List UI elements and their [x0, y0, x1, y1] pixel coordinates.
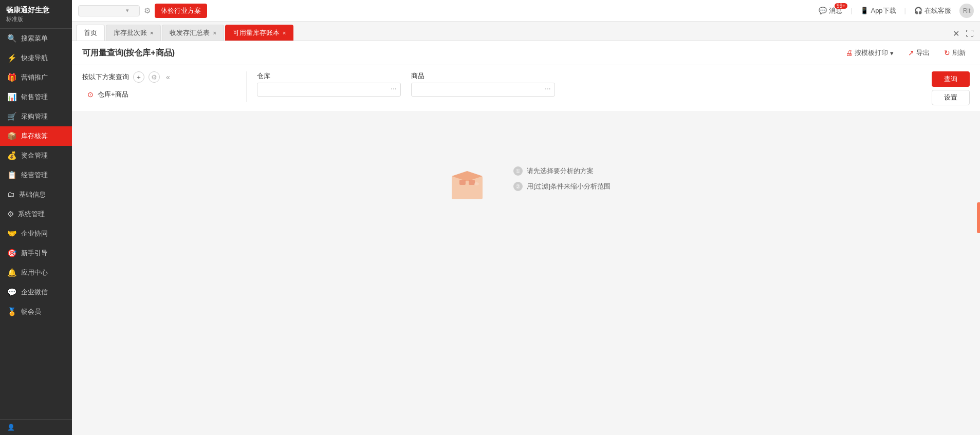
sidebar-item-label: 库存核算: [21, 131, 48, 141]
scheme-item-label: 仓库+商品: [98, 90, 128, 99]
tabbar-actions: ✕ ⛶: [951, 27, 976, 41]
tab-home[interactable]: 首页: [76, 25, 105, 41]
app-download-btn[interactable]: 📱 App下载: [860, 6, 896, 15]
sidebar-item-label: 营销推广: [21, 73, 48, 82]
user-info[interactable]: Rit: [959, 4, 974, 18]
sidebar-item-system[interactable]: ⚙ 系统管理: [0, 204, 72, 224]
expand-icon[interactable]: ⛶: [964, 27, 976, 41]
print-icon: 🖨: [845, 49, 853, 57]
newuser-icon: 🎯: [7, 249, 17, 258]
svg-rect-2: [459, 180, 466, 185]
service-icon: 🎧: [914, 7, 922, 14]
print-chevron-icon: ▾: [890, 49, 894, 57]
export-btn[interactable]: ↗ 导出: [904, 46, 934, 60]
goods-input[interactable]: [411, 83, 555, 97]
tab-batch-label: 库存批次账: [114, 28, 147, 37]
filter-panel: 按以下方案查询 + ⚙ « ⊙ 仓库+商品 仓库 ··· 商品: [72, 65, 980, 112]
message-icon: 💬: [819, 7, 827, 14]
filter-scheme-label: 按以下方案查询: [82, 72, 129, 82]
purchase-icon: 🛒: [7, 112, 17, 121]
goods-more-icon[interactable]: ···: [545, 84, 555, 92]
avatar: Rit: [959, 4, 974, 18]
topbar-search-wrap: ▾: [78, 5, 140, 16]
tab-batch[interactable]: 库存批次账 ×: [106, 25, 161, 41]
query-button[interactable]: 查询: [932, 71, 970, 87]
tip-num-2: ②: [513, 182, 523, 191]
industry-btn[interactable]: 体验行业方案: [155, 4, 207, 18]
refresh-btn[interactable]: ↻ 刷新: [940, 46, 970, 60]
sidebar-item-marketing[interactable]: 🎁 营销推广: [0, 68, 72, 87]
sidebar-item-label: 快捷导航: [21, 53, 48, 63]
page-header: 可用量查询(按仓库+商品) 🖨 按模板打印 ▾ ↗ 导出 ↻ 刷新: [72, 41, 980, 65]
scheme-settings-btn[interactable]: ⚙: [149, 71, 160, 83]
online-service-label: 在线客服: [924, 6, 951, 15]
export-label: 导出: [916, 48, 930, 58]
sidebar-item-appcenter[interactable]: 🔔 应用中心: [0, 263, 72, 282]
tab-available-close-icon[interactable]: ×: [283, 30, 286, 36]
basic-icon: 🗂: [7, 190, 15, 199]
sidebar-item-label: 资金管理: [21, 151, 48, 160]
tab-home-label: 首页: [84, 28, 97, 37]
warehouse-label: 仓库: [257, 71, 401, 81]
sidebar-item-wecom[interactable]: 💬 企业微信: [0, 282, 72, 302]
app-download-label: App下载: [871, 6, 896, 15]
finance-icon: 💰: [7, 151, 17, 160]
tab-summary[interactable]: 收发存汇总表 ×: [162, 25, 224, 41]
sidebar-item-label: 经营管理: [21, 171, 48, 180]
topbar: ▾ ⚙ 体验行业方案 💬 消息 99+ | 📱 App下载 | 🎧 在线客服: [72, 0, 980, 22]
sidebar-item-search[interactable]: 🔍 搜索菜单: [0, 29, 72, 48]
sidebar-item-label: 采购管理: [21, 112, 48, 121]
sidebar-item-enterprise[interactable]: 🤝 企业协同: [0, 224, 72, 243]
tip-text-1: 请先选择要分析的方案: [527, 166, 594, 176]
print-btn[interactable]: 🖨 按模板打印 ▾: [841, 46, 898, 60]
close-all-icon[interactable]: ✕: [951, 27, 961, 41]
topbar-search-input[interactable]: [83, 7, 124, 14]
add-scheme-btn[interactable]: +: [133, 71, 144, 83]
collapse-icon[interactable]: «: [164, 72, 172, 82]
tab-available[interactable]: 可用量库存账本 ×: [225, 25, 293, 41]
sidebar-item-operation[interactable]: 📋 经营管理: [0, 165, 72, 185]
warehouse-more-icon[interactable]: ···: [391, 84, 401, 92]
sidebar-item-sales[interactable]: 📊 销售管理: [0, 87, 72, 107]
page-header-actions: 🖨 按模板打印 ▾ ↗ 导出 ↻ 刷新: [841, 46, 970, 60]
sidebar-item-label: 新手引导: [21, 249, 48, 258]
export-icon: ↗: [908, 49, 914, 57]
sidebar-item-member[interactable]: 🏅 畅会员: [0, 302, 72, 321]
appcenter-icon: 🔔: [7, 268, 17, 277]
tip-text-2: 用[过滤]条件来缩小分析范围: [527, 182, 611, 191]
warehouse-input[interactable]: [257, 83, 401, 97]
sidebar-item-label: 系统管理: [18, 210, 45, 219]
user-text: Rit: [963, 7, 971, 14]
separator2: |: [904, 7, 906, 14]
chevron-down-icon: ▾: [126, 7, 129, 14]
sidebar-item-finance[interactable]: 💰 资金管理: [0, 146, 72, 165]
sidebar-logo: 畅康通好生意 标准版: [0, 0, 72, 29]
sidebar-bottom[interactable]: 👤: [0, 419, 72, 435]
message-btn[interactable]: 💬 消息 99+: [819, 6, 842, 15]
sidebar-item-label: 搜索菜单: [21, 34, 48, 43]
refresh-icon: ↻: [944, 49, 950, 57]
tab-summary-close-icon[interactable]: ×: [213, 30, 216, 36]
scheme-warehouse-goods[interactable]: ⊙ 仓库+商品: [82, 87, 238, 102]
sidebar-item-basic[interactable]: 🗂 基础信息: [0, 185, 72, 204]
tab-summary-label: 收发存汇总表: [170, 28, 210, 37]
empty-illustration: [441, 153, 493, 204]
inventory-icon: 📦: [7, 131, 17, 141]
print-label: 按模板打印: [855, 48, 888, 58]
online-service-btn[interactable]: 🎧 在线客服: [914, 6, 951, 15]
tab-batch-close-icon[interactable]: ×: [150, 30, 153, 36]
wecom-icon: 💬: [7, 288, 17, 297]
sidebar-item-inventory[interactable]: 📦 库存核算: [0, 126, 72, 146]
sidebar-item-label: 基础信息: [19, 190, 46, 199]
gear-icon[interactable]: ⚙: [144, 6, 151, 15]
filter-scheme-header: 按以下方案查询 + ⚙ «: [82, 71, 238, 83]
sidebar-item-newuser[interactable]: 🎯 新手引导: [0, 243, 72, 263]
separator: |: [850, 7, 852, 14]
sidebar-item-shortcuts[interactable]: ⚡ 快捷导航: [0, 48, 72, 68]
user-bottom-icon: 👤: [7, 424, 15, 431]
filter-actions: 查询 设置: [932, 71, 970, 105]
sidebar-item-purchase[interactable]: 🛒 采购管理: [0, 107, 72, 126]
tab-available-label: 可用量库存账本: [233, 28, 280, 37]
settings-button[interactable]: 设置: [932, 90, 970, 105]
sidebar-item-label: 企业协同: [21, 229, 48, 238]
